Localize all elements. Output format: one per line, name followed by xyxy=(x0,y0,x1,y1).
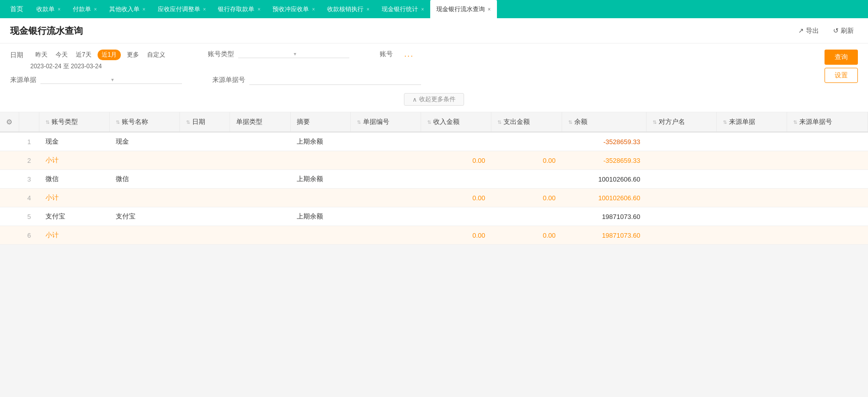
date-cell xyxy=(180,207,230,226)
source-doc-label: 来源单据 xyxy=(10,75,36,84)
doc-num-cell xyxy=(351,170,421,189)
close-icon[interactable]: × xyxy=(203,7,206,12)
date-option[interactable]: 今天 xyxy=(54,50,70,60)
column-header-source_doc_num[interactable]: ⇅来源单据号 xyxy=(787,112,868,132)
nav-tab[interactable]: 银行存取款单× xyxy=(212,0,266,18)
source-doc-num-cell xyxy=(787,132,868,151)
date-option[interactable]: 更多 xyxy=(125,50,141,60)
column-header-account_name[interactable]: ⇅账号名称 xyxy=(110,112,180,132)
account-name-cell: 微信 xyxy=(110,170,180,189)
refresh-button[interactable]: ↺ 刷新 xyxy=(829,24,858,37)
column-header-income[interactable]: ⇅收入金额 xyxy=(421,112,491,132)
source-doc-cell xyxy=(717,189,787,207)
date-option[interactable]: 近1月 xyxy=(98,50,121,60)
column-header-expense[interactable]: ⇅支出金额 xyxy=(491,112,562,132)
close-icon[interactable]: × xyxy=(421,7,424,12)
account-name-cell: 支付宝 xyxy=(110,207,180,226)
close-icon[interactable]: × xyxy=(257,7,260,12)
income-cell xyxy=(421,132,491,151)
row-gear-cell xyxy=(0,151,19,170)
expense-cell: 0.00 xyxy=(491,226,562,245)
summary-cell: 上期余额 xyxy=(291,132,351,151)
nav-tab[interactable]: 其他收入单× xyxy=(103,0,152,18)
account-type-label: 账号类型 xyxy=(208,50,234,59)
doc-type-cell xyxy=(230,207,290,226)
balance-cell: -3528659.33 xyxy=(562,151,647,170)
balance-cell: 19871073.60 xyxy=(562,226,647,245)
column-header-counterpart[interactable]: ⇅对方户名 xyxy=(647,112,717,132)
account-type-cell: 小计 xyxy=(39,226,110,245)
summary-cell xyxy=(291,151,351,170)
close-icon[interactable]: × xyxy=(58,7,61,12)
table-row: 5支付宝支付宝上期余额19871073.60 xyxy=(0,207,868,226)
counterpart-cell xyxy=(647,132,717,151)
expense-cell xyxy=(491,170,562,189)
collapse-button[interactable]: ∧ 收起更多条件 xyxy=(404,93,464,106)
account-dots-button[interactable]: ... xyxy=(404,50,414,59)
close-icon[interactable]: × xyxy=(143,7,146,12)
nav-tab[interactable]: 预收冲应收单× xyxy=(266,0,321,18)
sort-icon: ⇅ xyxy=(427,119,431,125)
nav-tab[interactable]: 现金银行流水查询× xyxy=(430,0,497,18)
balance-cell: 100102606.60 xyxy=(562,189,647,207)
source-doc-num-cell xyxy=(787,151,868,170)
gear-icon[interactable]: ⚙ xyxy=(6,118,13,126)
table-row: 2小计0.000.00-3528659.33 xyxy=(0,151,868,170)
column-header-doc_num[interactable]: ⇅单据编号 xyxy=(351,112,421,132)
page-title: 现金银行流水查询 xyxy=(10,25,83,37)
sort-icon: ⇅ xyxy=(186,119,190,125)
doc-num-cell xyxy=(351,151,421,170)
close-icon[interactable]: × xyxy=(367,7,370,12)
collapse-label: 收起更多条件 xyxy=(419,95,455,104)
doc-type-cell xyxy=(230,226,290,245)
doc-num-cell xyxy=(351,226,421,245)
header-actions: ↗ 导出 ↺ 刷新 xyxy=(794,24,858,37)
close-icon[interactable]: × xyxy=(488,7,491,12)
query-button[interactable]: 查询 xyxy=(825,50,858,65)
expense-cell xyxy=(491,132,562,151)
row-index: 4 xyxy=(19,189,39,207)
sort-icon: ⇅ xyxy=(653,119,657,125)
source-doc-select[interactable]: ▾ xyxy=(40,76,182,84)
settings-button[interactable]: 设置 xyxy=(825,68,858,83)
row-index: 3 xyxy=(19,170,39,189)
account-name-cell xyxy=(110,151,180,170)
summary-cell: 上期余额 xyxy=(291,170,351,189)
row-gear-cell xyxy=(0,189,19,207)
account-type-cell: 支付宝 xyxy=(39,207,110,226)
date-cell xyxy=(180,151,230,170)
date-option[interactable]: 近7天 xyxy=(74,50,94,60)
table-row: 1现金现金上期余额-3528659.33 xyxy=(0,132,868,151)
date-cell xyxy=(180,226,230,245)
account-label: 账号 xyxy=(380,50,400,59)
close-icon[interactable]: × xyxy=(94,7,97,12)
nav-tab[interactable]: 收款单× xyxy=(30,0,67,18)
source-doc-cell xyxy=(717,132,787,151)
source-doc-num-cell xyxy=(787,207,868,226)
nav-home[interactable]: 首页 xyxy=(4,5,29,14)
close-icon[interactable]: × xyxy=(312,7,315,12)
source-doc-num-input[interactable] xyxy=(249,75,421,85)
date-option[interactable]: 自定义 xyxy=(145,50,167,60)
column-header-date[interactable]: ⇅日期 xyxy=(180,112,230,132)
counterpart-cell xyxy=(647,226,717,245)
column-header-balance[interactable]: ⇅余额 xyxy=(562,112,647,132)
row-gear-cell xyxy=(0,207,19,226)
counterpart-cell xyxy=(647,189,717,207)
top-nav: 首页 收款单×付款单×其他收入单×应收应付调整单×银行存取款单×预收冲应收单×收… xyxy=(0,0,868,18)
nav-tab[interactable]: 收款核销执行× xyxy=(321,0,376,18)
nav-tab[interactable]: 应收应付调整单× xyxy=(152,0,212,18)
nav-tab[interactable]: 现金银行统计× xyxy=(376,0,430,18)
column-header-source_doc[interactable]: ⇅来源单据 xyxy=(717,112,787,132)
date-option[interactable]: 昨天 xyxy=(33,50,50,60)
export-button[interactable]: ↗ 导出 xyxy=(794,24,823,37)
table-row: 6小计0.000.0019871073.60 xyxy=(0,226,868,245)
export-label: 导出 xyxy=(806,26,819,35)
account-type-select[interactable]: ▾ xyxy=(238,50,349,58)
column-header-account_type[interactable]: ⇅账号类型 xyxy=(39,112,110,132)
sort-icon: ⇅ xyxy=(116,119,120,125)
source-doc-num-cell xyxy=(787,189,868,207)
nav-tab[interactable]: 付款单× xyxy=(67,0,103,18)
counterpart-cell xyxy=(647,151,717,170)
date-cell xyxy=(180,170,230,189)
